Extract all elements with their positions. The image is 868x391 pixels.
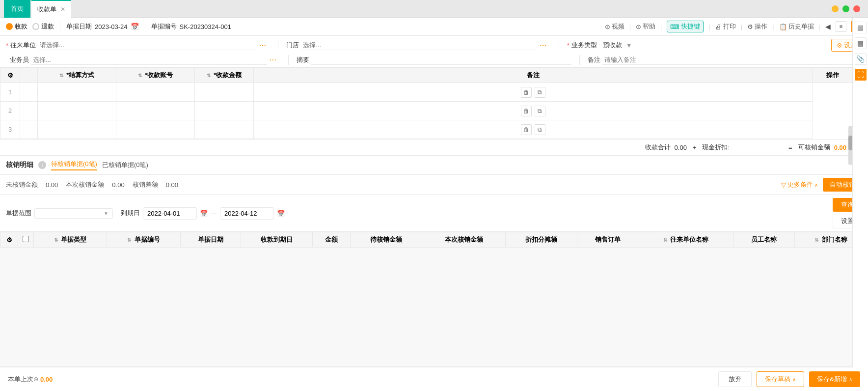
bth-sales-order: 销售订单 — [577, 232, 638, 248]
row1-account[interactable] — [38, 83, 116, 102]
row2-copy[interactable]: ⧉ — [535, 106, 545, 116]
right-panel-attach-icon[interactable]: 📎 — [855, 53, 867, 65]
store-more[interactable]: ··· — [540, 40, 547, 51]
table-row: 2 🗑 ⧉ — [0, 102, 852, 120]
window-maximize[interactable] — [842, 5, 849, 12]
note-input[interactable] — [602, 55, 862, 65]
cal-from-icon[interactable]: 📅 — [200, 210, 208, 217]
unreconciled-label: 未核销金额 — [6, 180, 38, 189]
row2-amount[interactable] — [116, 102, 195, 120]
sort-doc-no[interactable]: ⇅ — [127, 237, 131, 243]
filter-icon: ▽ — [781, 181, 786, 189]
video-btn[interactable]: ⊙ 视频 — [605, 22, 624, 31]
sort-doc-type[interactable]: ⇅ — [54, 237, 58, 243]
select-all-checkbox[interactable] — [23, 236, 29, 242]
calendar-icon[interactable]: 📅 — [131, 23, 139, 30]
th-ops: 操作 — [813, 68, 852, 83]
history-btn[interactable]: 📋 历史单据 — [779, 22, 814, 31]
help-btn[interactable]: ⊙ 帮助 — [636, 22, 655, 31]
window-minimize[interactable] — [832, 5, 839, 12]
right-panel-card-icon[interactable]: ▤ — [855, 37, 867, 49]
bth-doc-type: ⇅ 单据类型 — [34, 232, 107, 248]
list-view-btn[interactable]: ≡ — [836, 21, 846, 32]
sort-icon-account[interactable]: ⇅ — [138, 73, 142, 78]
counterparty-input[interactable] — [38, 40, 257, 50]
row3-copy[interactable]: ⧉ — [535, 124, 545, 135]
row1-copy[interactable]: ⧉ — [535, 87, 545, 98]
reconciliation-info-icon[interactable]: i — [38, 161, 46, 169]
tab-receipt-close[interactable]: ✕ — [60, 6, 65, 13]
save-draft-btn[interactable]: 保存草稿 ∧ — [757, 371, 804, 387]
row2-remark[interactable] — [195, 102, 254, 120]
summary-label: 摘要 — [297, 56, 309, 64]
print-icon: 🖨 — [715, 23, 722, 30]
bth-check[interactable] — [18, 232, 34, 248]
row3-amount[interactable] — [116, 120, 195, 139]
sort-icon-amount[interactable]: ⇅ — [207, 73, 211, 78]
row2-delete[interactable]: 🗑 — [521, 106, 532, 116]
row1-amount[interactable] — [116, 83, 195, 102]
tab-home-label: 首页 — [11, 4, 24, 13]
tab-home[interactable]: 首页 — [4, 0, 30, 18]
date-to-input[interactable] — [220, 207, 274, 220]
discard-btn[interactable]: 放弃 — [718, 371, 752, 387]
row3-settle[interactable] — [20, 120, 38, 139]
diff-label: 核销差额 — [133, 180, 158, 189]
discount-input[interactable] — [733, 142, 783, 152]
th-account: ⇅ *收款账号 — [116, 68, 195, 83]
row3-delete[interactable]: 🗑 — [521, 124, 532, 135]
tab-receipt[interactable]: 收款单 ✕ — [31, 0, 71, 18]
summary-input[interactable] — [311, 55, 571, 65]
row3-no: 3 — [0, 120, 20, 139]
prev-btn[interactable]: ◀ — [825, 23, 831, 30]
window-close[interactable] — [853, 5, 860, 12]
row1-delete[interactable]: 🗑 — [521, 87, 532, 98]
right-panel-expand-icon[interactable]: ⛶ — [855, 69, 867, 81]
table-settings-icon[interactable]: ⚙ — [7, 72, 13, 79]
diff-value: 0.00 — [166, 181, 178, 189]
bth-amount: 金额 — [313, 232, 351, 248]
operation-btn[interactable]: ⚙ 操作 — [747, 22, 767, 31]
net-value: 0.00 — [834, 144, 846, 151]
range-select[interactable]: ▼ — [34, 208, 113, 219]
row1-settle[interactable] — [20, 83, 38, 102]
sort-icon-settle[interactable]: ⇅ — [59, 73, 63, 78]
business-type-label: 业务类型 — [571, 41, 597, 50]
pending-tab[interactable]: 待核销单据(0笔) — [51, 160, 97, 170]
sort-department[interactable]: ⇅ — [814, 237, 818, 243]
unreconciled-value: 0.00 — [46, 181, 58, 189]
th-gear[interactable]: ⚙ — [0, 68, 20, 83]
bth-gear[interactable]: ⚙ — [0, 232, 18, 248]
row1-remark[interactable] — [195, 83, 254, 102]
shortcut-btn[interactable]: ⌨ 快捷键 — [667, 21, 704, 32]
help-icon: ⊙ — [636, 23, 641, 30]
shortcut-icon: ⌨ — [670, 23, 679, 30]
row2-settle[interactable] — [20, 102, 38, 120]
row3-remark[interactable] — [195, 120, 254, 139]
discount-label: 现金折扣: — [702, 143, 730, 152]
business-type-dropdown[interactable]: ▼ — [626, 42, 632, 49]
print-btn[interactable]: 🖨 打印 — [715, 22, 736, 31]
salesperson-input[interactable] — [31, 55, 267, 65]
btable-settings-icon[interactable]: ⚙ — [6, 236, 12, 244]
cal-to-icon[interactable]: 📅 — [277, 210, 285, 217]
history-icon: 📋 — [779, 23, 787, 30]
done-tab[interactable]: 已核销单据(0笔) — [102, 161, 148, 169]
store-label: 门店 — [286, 41, 299, 50]
more-conditions-btn[interactable]: ▽ 更多条件 ∧ — [781, 180, 818, 189]
date-from-input[interactable] — [143, 207, 197, 220]
bth-doc-no: ⇅ 单据编号 — [107, 232, 180, 248]
radio-receipt[interactable]: 收款 — [6, 22, 27, 31]
row3-account[interactable] — [38, 120, 116, 139]
th-settle: ⇅ *结算方式 — [38, 68, 116, 83]
save-new-btn[interactable]: 保存&新增 ∧ — [809, 371, 860, 387]
radio-refund[interactable]: 退款 — [32, 22, 54, 31]
counterparty-more[interactable]: ··· — [259, 40, 266, 51]
salesperson-more[interactable]: ··· — [269, 55, 276, 65]
right-panel-table-icon[interactable]: ▦ — [855, 22, 867, 33]
equals-sign: = — [788, 144, 792, 151]
store-input[interactable] — [301, 40, 537, 50]
collect-total-value: 0.00 — [675, 144, 687, 151]
row2-account[interactable] — [38, 102, 116, 120]
sort-counterparty[interactable]: ⇅ — [663, 237, 667, 243]
